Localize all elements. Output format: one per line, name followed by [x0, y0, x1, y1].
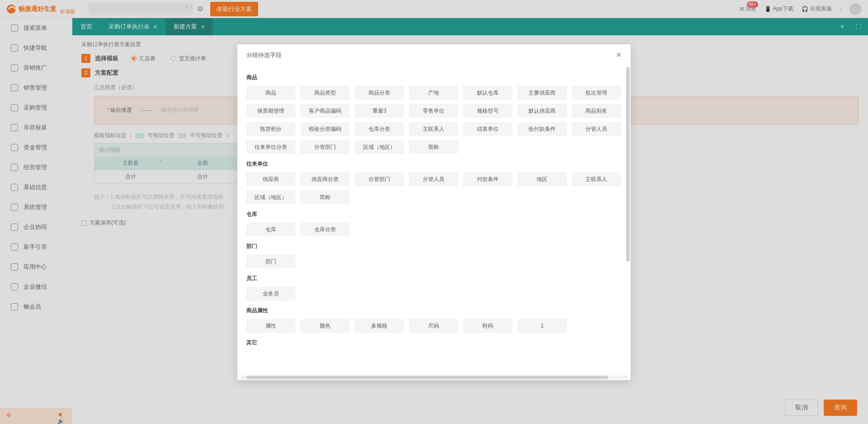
field-option[interactable]: 规格型号 — [463, 104, 512, 118]
field-option[interactable]: 分管部门 — [301, 140, 349, 154]
group-grid-2: 仓库仓库分类 — [246, 223, 622, 236]
group-grid-5: 属性颜色多规格尺码鞋码1 — [246, 319, 622, 333]
field-option[interactable]: 分管部门 — [355, 172, 404, 186]
field-option[interactable]: 简称 — [301, 191, 349, 204]
field-option[interactable]: 往来单位分类 — [246, 140, 295, 154]
field-option[interactable]: 零售单位 — [409, 104, 458, 118]
field-option[interactable]: 地区 — [518, 172, 566, 186]
field-option[interactable]: 分管人员 — [409, 172, 458, 186]
field-option[interactable]: 产地 — [409, 86, 458, 100]
field-option[interactable]: 客户商品编码 — [301, 104, 349, 118]
field-option[interactable]: 区域（地区） — [355, 140, 404, 154]
field-option[interactable]: 简称 — [409, 140, 458, 154]
group-title-3: 部门 — [246, 243, 622, 250]
field-option[interactable]: 多规格 — [355, 319, 404, 333]
field-option[interactable]: 收付款条件 — [518, 122, 566, 136]
field-option[interactable]: 商品 — [246, 86, 295, 100]
vertical-scrollbar[interactable] — [626, 67, 630, 357]
field-option[interactable]: 区域（地区） — [246, 191, 295, 204]
group-grid-3: 部门 — [246, 255, 622, 268]
field-picker-modal: 分组待选字段 ✕ 商品商品商品类型商品分类产地默认仓库主要供应商批次管理保质期管… — [237, 44, 631, 380]
close-icon[interactable]: ✕ — [616, 51, 622, 59]
field-option[interactable]: 商品类型 — [301, 86, 349, 100]
field-option[interactable]: 默认仓库 — [463, 86, 512, 100]
field-option[interactable]: 结算单位 — [463, 122, 512, 136]
horizontal-scrollbar[interactable] — [237, 374, 631, 380]
field-option[interactable]: 部门 — [246, 255, 295, 268]
group-grid-4: 业务员 — [246, 287, 622, 300]
field-option[interactable]: 主联系人 — [572, 172, 621, 186]
field-option[interactable]: 分管人员 — [572, 122, 621, 136]
field-option[interactable]: 批次管理 — [572, 86, 621, 100]
field-option[interactable]: 尺码 — [409, 319, 458, 333]
group-grid-1: 供应商供应商分类分管部门分管人员付款条件地区主联系人区域（地区）简称 — [246, 172, 622, 204]
field-option[interactable]: 仓库 — [246, 223, 295, 236]
field-option[interactable]: 属性 — [246, 319, 295, 333]
field-option[interactable]: 主联系人 — [409, 122, 458, 136]
field-option[interactable]: 主要供应商 — [518, 86, 566, 100]
field-option[interactable]: 拣货积分 — [246, 122, 295, 136]
field-option[interactable]: 供应商 — [246, 172, 295, 186]
field-option[interactable]: 重量3 — [355, 104, 404, 118]
modal-title: 分组待选字段 — [246, 51, 282, 59]
field-option[interactable]: 1 — [518, 319, 566, 333]
field-option[interactable]: 颜色 — [301, 319, 349, 333]
group-title-1: 往来单位 — [246, 160, 622, 168]
field-option[interactable]: 商品别名 — [572, 104, 621, 118]
group-title-6: 其它 — [246, 339, 622, 347]
field-option[interactable]: 业务员 — [246, 287, 295, 300]
field-option[interactable]: 付款条件 — [463, 172, 512, 186]
field-option[interactable]: 默认供应商 — [518, 104, 566, 118]
modal-body[interactable]: 商品商品商品类型商品分类产地默认仓库主要供应商批次管理保质期管理客户商品编码重量… — [237, 66, 631, 374]
group-title-0: 商品 — [246, 74, 622, 81]
field-option[interactable]: 仓库分类 — [301, 223, 349, 236]
field-option[interactable]: 鞋码 — [463, 319, 512, 333]
group-title-4: 员工 — [246, 275, 622, 282]
group-title-5: 商品属性 — [246, 307, 622, 314]
field-option[interactable]: 商品分类 — [355, 86, 404, 100]
field-option[interactable]: 供应商分类 — [301, 172, 349, 186]
field-option[interactable]: 税收分类编码 — [301, 122, 349, 136]
field-option[interactable]: 保质期管理 — [246, 104, 295, 118]
field-option[interactable]: 仓库分类 — [355, 122, 404, 136]
group-title-2: 仓库 — [246, 210, 622, 218]
group-grid-0: 商品商品类型商品分类产地默认仓库主要供应商批次管理保质期管理客户商品编码重量3零… — [246, 86, 622, 154]
